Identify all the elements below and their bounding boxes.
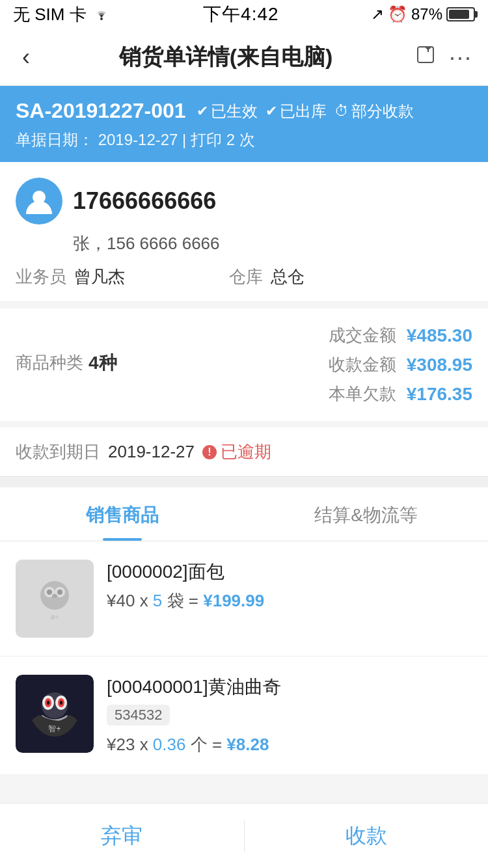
svg-point-0 <box>100 18 103 20</box>
customer-top: 17666666666 <box>16 178 472 224</box>
order-banner: SA-20191227-001 ✔ 已生效 ✔ 已出库 ⏱ 部分收款 单据日期：… <box>0 86 488 162</box>
product-kind-item: 商品种类 4种 <box>16 351 117 375</box>
sales-item: 业务员 曾凡杰 <box>16 265 125 288</box>
product-thumb-1: ⊕+ <box>16 560 94 638</box>
product-info-2: [000400001]黄油曲奇 534532 ¥23 x 0.36 个 = ¥8… <box>107 675 472 756</box>
warehouse-label: 仓库 <box>229 265 263 288</box>
page-title: 销货单详情(来自电脑) <box>119 42 333 72</box>
product-price-1: ¥40 <box>107 591 135 610</box>
warehouse-item: 仓库 总仓 <box>229 265 305 288</box>
warehouse-name: 总仓 <box>271 265 305 288</box>
svg-text:⊕+: ⊕+ <box>50 614 59 621</box>
status-badges: ✔ 已生效 ✔ 已出库 ⏱ 部分收款 <box>197 101 414 122</box>
status-partial-label: 部分收款 <box>351 101 414 122</box>
kind-label: 商品种类 <box>16 351 83 374</box>
clock-icon: ⏱ <box>334 103 349 120</box>
print-label: 打印 <box>191 131 222 148</box>
thumb-placeholder-1: ⊕+ <box>16 560 94 638</box>
status-right: ↗ ⏰ 87% <box>371 5 475 23</box>
amount1-label: 成交金额 <box>329 324 396 347</box>
battery-icon <box>446 7 475 21</box>
carrier-text: 无 SIM 卡 <box>13 3 87 26</box>
battery-text: 87% <box>411 5 442 23</box>
avatar <box>16 178 62 224</box>
amount3-row: 本单欠款 ¥176.35 <box>329 383 472 405</box>
wifi-icon <box>92 5 111 25</box>
amount3-value: ¥176.35 <box>407 384 472 405</box>
amount2-label: 收款金额 <box>329 353 396 376</box>
status-time: 下午4:42 <box>203 2 279 27</box>
banner-top: SA-20191227-001 ✔ 已生效 ✔ 已出库 ⏱ 部分收款 <box>16 99 472 123</box>
product-price-row-2: ¥23 x 0.36 个 = ¥8.28 <box>107 733 472 756</box>
product-name-1: [0000002]面包 <box>107 560 472 584</box>
customer-phone: 17666666666 <box>73 187 216 215</box>
tabs-container: 销售商品 结算&物流等 <box>0 487 488 541</box>
product-price-2: ¥23 <box>107 735 135 754</box>
meta-date-value: 2019-12-27 <box>98 131 178 148</box>
amount1-value: ¥485.30 <box>407 325 472 346</box>
meta-date-label: 单据日期： <box>16 131 94 148</box>
product-thumb-2: 智+ <box>16 675 94 753</box>
alarm-icon: ⏰ <box>388 5 407 23</box>
product-info-1: [0000002]面包 ¥40 x 5 袋 = ¥199.99 <box>107 560 472 612</box>
product-list: ⊕+ [0000002]面包 ¥40 x 5 袋 = ¥199.99 <box>0 541 488 775</box>
location-icon: ↗ <box>371 5 384 23</box>
svg-point-8 <box>52 594 57 598</box>
more-icon[interactable]: ··· <box>449 44 472 71</box>
banner-meta: 单据日期： 2019-12-27 | 打印 2 次 <box>16 129 472 150</box>
due-label: 收款到期日 <box>16 441 100 463</box>
separator <box>0 477 488 487</box>
cancel-button[interactable]: 弃审 <box>0 809 244 863</box>
amount3-label: 本单欠款 <box>329 383 396 405</box>
product-qty-1: 5 <box>153 591 162 610</box>
svg-point-16 <box>47 701 49 705</box>
tab-settlement-label: 结算&物流等 <box>314 505 418 525</box>
overdue-icon: ! <box>202 445 217 459</box>
stats-right: 成交金额 ¥485.30 收款金额 ¥308.95 本单欠款 ¥176.35 <box>329 324 472 405</box>
product-unit-2: 个 <box>191 735 208 754</box>
back-button[interactable]: ‹ <box>16 37 36 77</box>
status-badge-active: ✔ 已生效 <box>197 101 258 122</box>
overdue-badge: ! 已逾期 <box>202 441 271 463</box>
tab-settlement[interactable]: 结算&物流等 <box>244 487 488 541</box>
due-section: 收款到期日 2019-12-27 ! 已逾期 <box>0 427 488 477</box>
print-count: 2 <box>226 131 235 148</box>
product-price-row-1: ¥40 x 5 袋 = ¥199.99 <box>107 590 472 612</box>
status-badge-partial: ⏱ 部分收款 <box>334 101 414 122</box>
svg-point-6 <box>47 590 52 595</box>
svg-rect-1 <box>418 47 433 62</box>
product-batch-2: 534532 <box>107 705 170 726</box>
confirm-button[interactable]: 收款 <box>245 809 489 863</box>
check-icon-2: ✔ <box>265 103 277 120</box>
amount2-row: 收款金额 ¥308.95 <box>329 353 472 376</box>
amount1-row: 成交金额 ¥485.30 <box>329 324 472 347</box>
nav-bar: ‹ 销货单详情(来自电脑) ··· <box>0 29 488 86</box>
print-unit: 次 <box>239 131 255 148</box>
tab-sales-products[interactable]: 销售商品 <box>0 487 244 541</box>
sales-name: 曾凡杰 <box>74 265 125 288</box>
svg-text:智+: 智+ <box>48 724 61 733</box>
product-name-2: [000400001]黄油曲奇 <box>107 675 472 699</box>
customer-meta: 业务员 曾凡杰 仓库 总仓 <box>16 265 472 288</box>
status-shipped-label: 已出库 <box>280 101 327 122</box>
overdue-text: 已逾期 <box>221 441 271 463</box>
customer-sub: 张，156 6666 6666 <box>73 232 472 255</box>
share-icon[interactable] <box>415 44 436 70</box>
check-icon-1: ✔ <box>197 103 208 120</box>
bottom-bar: 弃审 收款 <box>0 803 488 868</box>
product-unit-1: 袋 <box>167 591 184 610</box>
customer-section: 17666666666 张，156 6666 6666 业务员 曾凡杰 仓库 总… <box>0 162 488 302</box>
kind-value: 4种 <box>88 351 117 375</box>
list-item: 智+ [000400001]黄油曲奇 534532 ¥23 x 0.36 个 =… <box>0 657 488 775</box>
list-item: ⊕+ [0000002]面包 ¥40 x 5 袋 = ¥199.99 <box>0 541 488 657</box>
status-badge-shipped: ✔ 已出库 <box>265 101 327 122</box>
tab-sales-label: 销售商品 <box>86 505 159 525</box>
nav-actions: ··· <box>415 44 472 71</box>
product-qty-2: 0.36 <box>153 735 186 754</box>
status-bar: 无 SIM 卡 下午4:42 ↗ ⏰ 87% <box>0 0 488 29</box>
svg-point-7 <box>57 590 62 595</box>
status-active-label: 已生效 <box>211 101 258 122</box>
amount2-value: ¥308.95 <box>407 355 472 375</box>
product-total-2: ¥8.28 <box>226 735 269 754</box>
order-id: SA-20191227-001 <box>16 99 186 123</box>
